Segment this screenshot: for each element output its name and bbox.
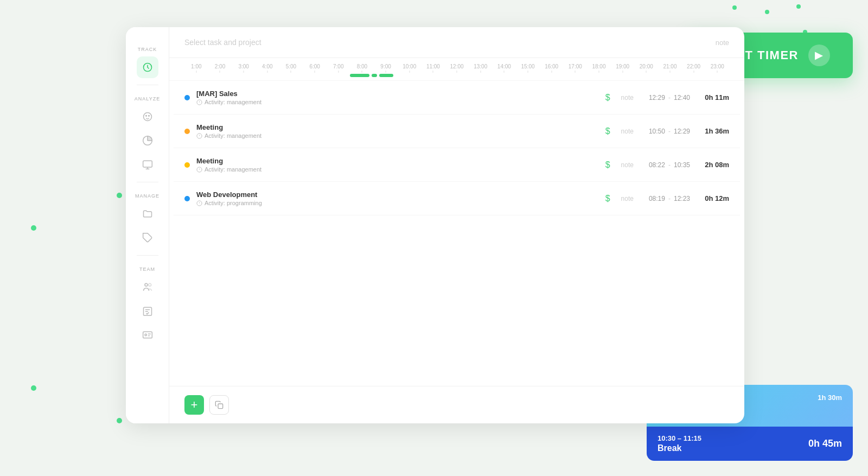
entry-title: Web Development xyxy=(196,191,599,199)
deco-dot xyxy=(796,4,801,9)
sidebar-item-analyze-face[interactable] xyxy=(137,106,158,128)
svg-rect-32 xyxy=(218,404,223,409)
entry-note[interactable]: note xyxy=(621,94,634,101)
billable-icon: $ xyxy=(605,194,610,204)
timeline-hour: 11:00 xyxy=(422,64,445,69)
activity-icon xyxy=(196,200,202,206)
sidebar-item-analyze-monitor[interactable] xyxy=(137,154,158,175)
entry-dash: - xyxy=(668,94,671,101)
sidebar-item-analyze-pie[interactable] xyxy=(137,130,158,151)
entry-end: 10:35 xyxy=(674,161,690,169)
entry-duration: 0h 12m xyxy=(697,194,729,202)
billable-icon: $ xyxy=(605,160,610,170)
timeline-hour: 23:00 xyxy=(705,64,729,69)
entry-end: 12:23 xyxy=(674,195,690,202)
entry-duration: 2h 08m xyxy=(697,161,729,169)
sidebar-item-manage-tag[interactable] xyxy=(137,227,158,249)
entry-activity: Activity: programming xyxy=(196,200,599,206)
play-icon: ▶ xyxy=(808,45,830,66)
entry-title: Meeting xyxy=(196,123,599,131)
svg-point-17 xyxy=(145,334,146,335)
select-task-placeholder[interactable]: Select task and project xyxy=(184,38,707,47)
entries-list: [MAR] Sales Activity: management $ note … xyxy=(169,81,744,386)
svg-rect-16 xyxy=(143,332,152,338)
entry-title: [MAR] Sales xyxy=(196,90,599,98)
sidebar-divider-2 xyxy=(137,182,158,182)
deco-dot xyxy=(765,10,769,14)
timeline-progress-bar xyxy=(372,74,377,77)
section-label-manage: MANAGE xyxy=(135,193,159,199)
deco-dot xyxy=(31,385,36,391)
top-bar[interactable]: Select task and project note xyxy=(169,27,744,58)
table-row[interactable]: Web Development Activity: programming $ … xyxy=(174,182,740,215)
timeline-hour: 7:00 xyxy=(327,64,350,69)
entry-info: Meeting Activity: management xyxy=(196,123,599,139)
entry-start: 12:29 xyxy=(649,94,665,101)
svg-point-3 xyxy=(148,116,149,117)
entry-start: 08:22 xyxy=(649,161,665,169)
entry-note[interactable]: note xyxy=(621,161,634,169)
billable-icon: $ xyxy=(605,126,610,136)
timeline-progress-bar xyxy=(350,74,369,77)
timeline-hour: 21:00 xyxy=(658,64,682,69)
tooltip-break-label: Break xyxy=(658,443,701,453)
sidebar-item-manage-folder[interactable] xyxy=(137,203,158,225)
svg-point-12 xyxy=(148,283,151,286)
section-label-analyze: ANALYZE xyxy=(135,96,160,101)
entry-start: 10:50 xyxy=(649,128,665,135)
section-label-team: TEAM xyxy=(139,266,155,272)
timeline-hour: 3:00 xyxy=(232,64,256,69)
entry-activity: Activity: management xyxy=(196,99,599,105)
entry-dot xyxy=(184,95,190,100)
bottom-actions: + xyxy=(169,386,744,423)
entry-activity: Activity: management xyxy=(196,132,599,139)
entry-title: Meeting xyxy=(196,157,599,165)
section-label-track: TRACK xyxy=(138,47,157,52)
entry-dot xyxy=(184,162,190,168)
entry-activity: Activity: management xyxy=(196,166,599,173)
entry-duration: 0h 11m xyxy=(697,93,729,101)
deco-dot xyxy=(117,418,122,423)
sidebar-item-team-id[interactable] xyxy=(137,324,158,346)
timeline-hour: 12:00 xyxy=(445,64,469,69)
entry-start: 08:19 xyxy=(649,195,665,202)
timeline-hour: 13:00 xyxy=(469,64,493,69)
timeline-hour: 20:00 xyxy=(634,64,658,69)
sidebar-item-team-check[interactable] xyxy=(137,300,158,322)
svg-point-2 xyxy=(145,116,146,117)
tooltip-break-time: 10:30 – 11:15 xyxy=(658,434,701,442)
sidebar-divider-3 xyxy=(137,255,158,256)
entry-end: 12:40 xyxy=(674,94,690,101)
sidebar-item-team-users[interactable] xyxy=(137,276,158,298)
timeline-hour: 8:00 xyxy=(350,64,374,69)
entry-info: [MAR] Sales Activity: management xyxy=(196,90,599,105)
table-row[interactable]: Meeting Activity: management $ note 08:2… xyxy=(174,148,740,182)
entry-info: Web Development Activity: programming xyxy=(196,191,599,206)
svg-point-11 xyxy=(145,283,148,286)
tooltip-sales-duration: 1h 30m xyxy=(818,394,842,402)
entry-time-range: 08:19 - 12:23 xyxy=(649,195,690,202)
deco-dot xyxy=(732,5,737,10)
sidebar-divider-1 xyxy=(137,85,158,85)
timeline-hour: 6:00 xyxy=(303,64,327,69)
svg-point-1 xyxy=(143,113,151,121)
tooltip-break-card: 10:30 – 11:15 Break 0h 45m xyxy=(647,427,853,461)
timeline-progress-container xyxy=(184,74,729,77)
activity-icon xyxy=(196,133,202,139)
timeline-hour: 16:00 xyxy=(540,64,564,69)
main-content: Select task and project note 1:002:003:0… xyxy=(169,27,744,423)
sidebar-item-track[interactable] xyxy=(137,56,158,78)
note-label[interactable]: note xyxy=(716,39,729,47)
table-row[interactable]: Meeting Activity: management $ note 10:5… xyxy=(174,115,740,148)
timeline-progress-bar xyxy=(379,74,393,77)
copy-button[interactable] xyxy=(209,395,229,415)
entry-note[interactable]: note xyxy=(621,128,634,135)
add-entry-button[interactable]: + xyxy=(184,395,204,415)
timeline-hour: 1:00 xyxy=(184,64,208,69)
timeline-hour: 4:00 xyxy=(256,64,279,69)
svg-rect-7 xyxy=(143,161,152,167)
timeline-bar: 1:002:003:004:005:006:007:008:009:0010:0… xyxy=(169,58,744,81)
table-row[interactable]: [MAR] Sales Activity: management $ note … xyxy=(174,81,740,115)
entry-note[interactable]: note xyxy=(621,195,634,202)
activity-icon xyxy=(196,167,202,173)
